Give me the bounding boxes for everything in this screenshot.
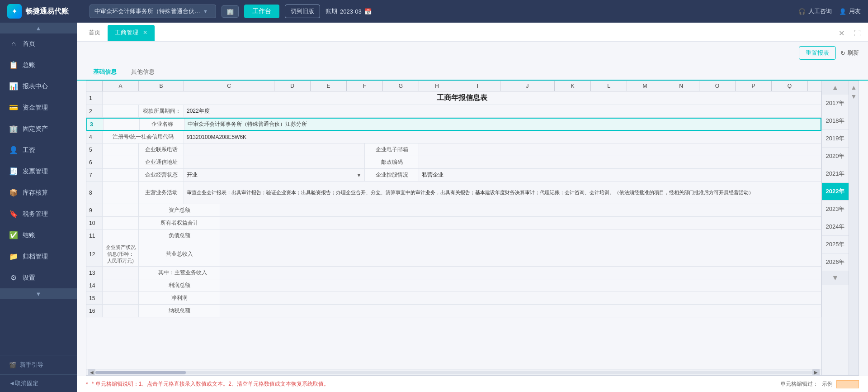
- table-row: 5 企业联系电话 企业电子邮箱: [86, 143, 821, 156]
- sidebar-item-home[interactable]: ⌂ 首页: [0, 33, 77, 54]
- year-2026[interactable]: 2026年: [822, 253, 849, 271]
- row-num-12: 12: [86, 242, 103, 266]
- col-K: K: [555, 81, 591, 91]
- h-scroll-track[interactable]: [95, 371, 812, 374]
- sidebar-scroll-up[interactable]: ▲: [0, 23, 77, 33]
- reset-report-button[interactable]: 重置报表: [799, 46, 836, 60]
- row-num-6: 6: [86, 156, 103, 168]
- net-profit-value[interactable]: [220, 292, 821, 304]
- sub-tab-other[interactable]: 其他信息: [124, 64, 162, 81]
- horizontal-scrollbar[interactable]: ◀ ▶: [86, 369, 821, 375]
- table-row: 6 企业通信地址 邮政编码: [86, 156, 821, 169]
- sidebar-item-settings[interactable]: ⚙ 设置: [0, 267, 77, 288]
- year-2022[interactable]: 2022年: [822, 183, 849, 201]
- tax-spacer: [103, 305, 139, 317]
- total-rev-value[interactable]: [220, 242, 821, 266]
- company-name-cell[interactable]: 中审众环会计师事务所（特殊普通合伙）江苏分所: [185, 119, 821, 130]
- tab-maximize-button[interactable]: ⛶: [851, 29, 863, 38]
- user-avatar[interactable]: 👤 用友: [839, 7, 861, 15]
- phone-value[interactable]: [184, 143, 365, 156]
- home-icon: ⌂: [9, 40, 18, 48]
- workbench-button[interactable]: 工作台: [244, 5, 279, 18]
- company-selector[interactable]: 中审众环会计师事务所（特殊普通合伙… ▼: [90, 5, 216, 18]
- tab-home[interactable]: 首页: [81, 25, 108, 41]
- sidebar-item-inventory[interactable]: 📦 库存核算: [0, 182, 77, 203]
- sidebar-item-closing[interactable]: ✅ 结账: [0, 225, 77, 246]
- sidebar-item-finance[interactable]: 💳 资金管理: [0, 97, 77, 118]
- collapse-up-icon: ▲: [851, 84, 857, 91]
- year-2025[interactable]: 2025年: [822, 236, 849, 253]
- main-layout: ▲ ⌂ 首页 📋 总账 📊 报表中心 💳 资金管理 🏢 固定资产 👤 工资 🧾 …: [0, 23, 868, 392]
- col-G: G: [383, 81, 419, 91]
- scroll-left-button[interactable]: ◀: [88, 369, 95, 376]
- period-value-cell[interactable]: 2022年度: [184, 105, 821, 117]
- year-scroll-down[interactable]: ▼: [822, 271, 849, 285]
- tab-industry[interactable]: 工商管理 ✕: [108, 25, 155, 41]
- spreadsheet: A B C D E F G H I J K L M N O: [86, 81, 821, 375]
- assets-icon: 🏢: [9, 124, 18, 133]
- refresh-button[interactable]: ↻ 刷新: [840, 49, 859, 57]
- liab-spacer: [103, 229, 139, 242]
- year-2019[interactable]: 2019年: [822, 130, 849, 148]
- sidebar-label-reports: 报表中心: [23, 82, 48, 91]
- sidebar-item-assets[interactable]: 🏢 固定资产: [0, 118, 77, 139]
- email-value[interactable]: [419, 143, 821, 156]
- reg-label-cell: 注册号/统一社会信用代码: [103, 131, 184, 143]
- tab-bar: 首页 工商管理 ✕ ✕ ⛶: [77, 23, 868, 42]
- year-2023[interactable]: 2023年: [822, 201, 849, 218]
- company-icon-button[interactable]: 🏢: [222, 5, 239, 18]
- sidebar-item-archive[interactable]: 📁 归档管理: [0, 246, 77, 267]
- year-scroll-up[interactable]: ▲: [822, 81, 849, 95]
- app-title: 畅捷通易代账: [25, 7, 69, 16]
- tax-icon: 🔖: [9, 210, 18, 218]
- sidebar-scroll-down[interactable]: ▼: [0, 288, 77, 299]
- row-num-header: [86, 81, 103, 91]
- liab-value[interactable]: [220, 229, 821, 242]
- equity-spacer: [103, 217, 139, 229]
- holding-value[interactable]: 私营企业: [419, 169, 821, 181]
- table-row: 4 注册号/统一社会信用代码 91320100MA208E5W6K: [86, 131, 821, 143]
- assets-value[interactable]: [220, 204, 821, 216]
- tab-bar-right: ✕ ⛶: [836, 28, 863, 41]
- profit-value[interactable]: [220, 279, 821, 292]
- sidebar-item-payroll[interactable]: 👤 工资: [0, 139, 77, 161]
- new-guide-item[interactable]: 🎬 新手引导: [0, 355, 77, 374]
- old-version-button[interactable]: 切到旧版: [285, 5, 320, 18]
- year-2024[interactable]: 2024年: [822, 218, 849, 236]
- cancel-fixed-item[interactable]: ◄取消固定: [0, 374, 77, 392]
- col-A: A: [103, 81, 139, 91]
- sub-tabs: 基础信息 其他信息: [77, 64, 868, 81]
- reg-value-cell[interactable]: 91320100MA208E5W6K: [184, 131, 821, 143]
- table-row: 2 税款所属期间： 2022年度: [86, 105, 821, 118]
- sidebar-item-reports[interactable]: 📊 报表中心: [0, 76, 77, 97]
- tab-close-icon[interactable]: ✕: [143, 29, 147, 36]
- equity-value[interactable]: [220, 217, 821, 229]
- addr-value[interactable]: [184, 156, 365, 168]
- sub-tab-basic[interactable]: 基础信息: [86, 64, 124, 81]
- main-rev-value[interactable]: [220, 267, 821, 279]
- sidebar-label-closing: 结账: [23, 231, 35, 239]
- postal-value[interactable]: [419, 156, 821, 168]
- h-scroll-thumb[interactable]: [95, 371, 186, 374]
- year-2017[interactable]: 2017年: [822, 95, 849, 112]
- biz-status-value[interactable]: 开业 ▼: [184, 169, 365, 181]
- tab-close-all-button[interactable]: ✕: [836, 28, 847, 38]
- company-label-cell-a: [104, 119, 140, 130]
- year-2021[interactable]: 2021年: [822, 165, 849, 183]
- bottom-bar: * * 单元格编辑说明：1、点击单元格直接录入数值或文本。2、清空单元格数值或文…: [77, 376, 868, 392]
- table-row: 11 负债总额: [86, 229, 821, 242]
- user-label: 用友: [849, 7, 861, 15]
- right-collapse-panel[interactable]: ▲ ▼: [849, 81, 859, 375]
- year-2018[interactable]: 2018年: [822, 112, 849, 130]
- sidebar-item-tax[interactable]: 🔖 税务管理: [0, 203, 77, 225]
- calendar-icon[interactable]: 📅: [364, 8, 372, 15]
- sidebar-item-invoice[interactable]: 🧾 发票管理: [0, 161, 77, 182]
- main-biz-spacer: [103, 182, 139, 204]
- tax-value[interactable]: [220, 305, 821, 317]
- col-D: D: [274, 81, 311, 91]
- sidebar-item-ledger[interactable]: 📋 总账: [0, 54, 77, 76]
- scroll-right-button[interactable]: ▶: [812, 369, 820, 376]
- main-biz-value[interactable]: 审查企业会计报表；出具审计报告；验证企业资本；出具验资报告；办理企业合开、分立、…: [184, 182, 821, 204]
- human-service[interactable]: 🎧 人工咨询: [798, 7, 832, 15]
- year-2020[interactable]: 2020年: [822, 148, 849, 165]
